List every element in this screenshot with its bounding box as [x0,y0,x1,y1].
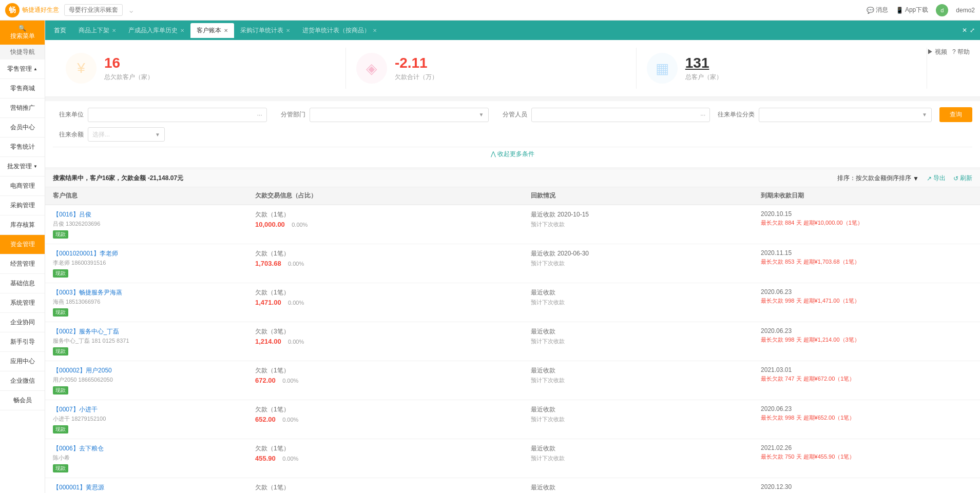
search-button[interactable]: 查询 [939,107,972,122]
tab-goods-stats[interactable]: 进货单统计表（按商品） ✕ [296,23,383,38]
sidebar-item-ecommerce[interactable]: 电商管理 [0,176,45,196]
table-body: 【0016】吕俊 吕俊 13026203696 现款 欠款（1笔） 10,000… [45,205,980,493]
sidebar-search[interactable]: 🔍 搜索菜单 [0,21,45,45]
overdue-link[interactable]: 超期¥10,000.00（1笔） [803,220,863,226]
customer-name-link[interactable]: 【0001020001】李老师 [53,250,118,257]
logo-text: 畅捷通好生意 [22,6,59,14]
table-row: 【000002】用户2050 用户2050 18665062050 现款 欠款（… [45,361,980,400]
stat-card-actions: ▶ 视频 ? 帮助 [927,48,970,89]
customer-name-link[interactable]: 【0002】服务中心_丁磊 [53,328,119,335]
customer-name-link[interactable]: 【0006】去下粮仓 [53,445,104,452]
customer-cell: 【0006】去下粮仓 陈小希 现款 [53,444,255,472]
tag-cash: 现款 [53,464,68,472]
tab-customer-account[interactable]: 客户账本 ✕ [190,23,234,38]
sidebar-item-retail-mgmt[interactable]: 零售管理▲ [0,60,45,79]
close-tab-customer-account[interactable]: ✕ [224,28,228,33]
balance-select[interactable]: 选择... ▼ [88,127,165,142]
overdue-link[interactable]: 超期¥652.00（1笔） [803,415,855,421]
return-cell: 最近收款 预计下次收款 [531,366,761,384]
sidebar-item-system[interactable]: 系统管理 [0,293,45,313]
due-cell: 2020.06.23 最长欠款 998 天 超期¥652.00（1笔） [761,405,972,422]
tag-cash: 现款 [53,308,68,317]
header-customer: 客户信息 [53,191,255,200]
sidebar-item-vip[interactable]: 畅会员 [0,391,45,410]
close-tab-purchase-stats[interactable]: ✕ [286,28,290,33]
table-header: 客户信息 欠款交易信息（占比） 回款情况 到期未收款日期 [45,187,980,205]
message-btn[interactable]: 💬 消息 [867,6,888,14]
customer-name-link[interactable]: 【0003】畅捷服务尹海蒸 [53,289,122,296]
export-button[interactable]: ↗ 导出 [927,174,946,183]
sidebar-item-purchase[interactable]: 采购管理 [0,196,45,215]
close-tab-finished-goods[interactable]: ✕ [180,28,184,33]
tab-expand[interactable]: ⤢ [970,27,975,34]
tab-home[interactable]: 首页 [48,23,72,38]
overdue-link[interactable]: 超期¥1,703.68（1笔） [803,259,860,265]
customer-name-link[interactable]: 【000002】用户2050 [53,367,112,374]
customer-cell: 【0001020001】李老师 李老师 18600391516 现款 [53,249,255,278]
return-cell: 最近收款 预计下次收款 [531,483,761,493]
app-download-btn[interactable]: 📱 App下载 [896,6,928,14]
tab-close-all[interactable]: ✕ [962,27,967,34]
sidebar-item-wechat[interactable]: 企业微信 [0,371,45,391]
overdue-link[interactable]: 超期¥1,214.00（3笔） [803,337,860,343]
sidebar-item-wholesale[interactable]: 批发管理▼ [0,157,45,176]
sidebar-item-marketing[interactable]: 营销推广 [0,98,45,118]
sidebar-item-basic-info[interactable]: 基础信息 [0,274,45,293]
filter-area: 往来单位 ··· 分管部门 ▼ [45,101,980,167]
return-cell: 最近收款 预计下次收款 [531,405,761,423]
avatar-icon: d [936,4,948,16]
tab-product-listing[interactable]: 商品上下架 ✕ [72,23,122,38]
tab-purchase-stats[interactable]: 采购订单统计表 ✕ [234,23,296,38]
balance-placeholder: 选择... [92,130,110,139]
close-tab-product-listing[interactable]: ✕ [112,28,116,33]
overdue-link[interactable]: 超期¥455.90（1笔） [803,453,855,460]
system-name[interactable]: 母婴行业演示账套 [64,4,123,16]
message-icon: 💬 [867,7,874,14]
sidebar-item-member[interactable]: 会员中心 [0,118,45,137]
sidebar-item-enterprise[interactable]: 企业协同 [0,313,45,332]
header-due: 到期未收款日期 [761,191,972,200]
sidebar-item-inventory[interactable]: 库存核算 [0,215,45,235]
person-dots: ··· [700,111,705,119]
person-input[interactable]: ··· [531,108,710,122]
customer-name-link[interactable]: 【000001】黄思源 [53,484,104,491]
unit-category-label: 往来单位分类 [718,110,755,119]
customer-name-link[interactable]: 【0016】吕俊 [53,211,91,218]
filter-person: 分管人员 ··· [496,108,710,122]
overdue-link[interactable]: 超期¥1,471.00（1笔） [803,298,860,304]
refresh-button[interactable]: ↺ 刷新 [953,174,972,183]
sort-selector[interactable]: 排序：按欠款金额倒序排序 ▼ [837,174,919,183]
help-btn[interactable]: ? 帮助 [952,48,970,89]
close-tab-goods-stats[interactable]: ✕ [373,28,377,33]
dept-arrow: ▼ [479,112,484,117]
filter-collapse[interactable]: ⋀ 收起更多条件 [53,147,972,161]
debt-cell: 欠款（1笔） 10,000.00 0.00% [255,210,531,228]
filter-source-unit: 往来单位 ··· [53,108,267,122]
download-icon: 📱 [896,7,904,14]
sidebar-item-guide[interactable]: 新手引导 [0,332,45,352]
owed-customers-value: 16 [104,55,153,71]
header-debt: 欠款交易信息（占比） [255,191,531,200]
sidebar-item-finance[interactable]: 资金管理 [0,235,45,254]
balance-label: 往来余额 [53,130,84,139]
user-avatar[interactable]: d [936,4,948,16]
source-unit-input[interactable]: ··· [88,108,267,122]
top-bar-left: 畅 畅捷通好生意 母婴行业演示账套 ⌄ [5,3,134,17]
yuan-icon: ¥ [66,53,97,84]
sidebar-item-retail-stats[interactable]: 零售统计 [0,137,45,157]
stats-row: ¥ 16 总欠款客户（家） ◈ -2.11 欠款合计（万） [45,40,980,97]
overdue-link[interactable]: 超期¥672.00（1笔） [803,376,855,382]
dept-select[interactable]: ▼ [310,108,489,122]
unit-category-select[interactable]: ▼ [759,108,932,122]
customer-name-link[interactable]: 【0007】小进干 [53,406,98,413]
sidebar-item-app-center[interactable]: 应用中心 [0,352,45,371]
customer-contact: 陈小希 [53,454,255,462]
total-customers-label: 总客户（家） [685,73,722,82]
sidebar-quick-nav[interactable]: 快捷导航 [0,45,45,60]
sidebar-item-operations[interactable]: 经营管理 [0,254,45,274]
username: demo2 [956,7,975,14]
customer-cell: 【000001】黄思源 黄思源 13552700226 现款 [53,483,255,493]
sidebar-item-retail-mall[interactable]: 零售商城 [0,79,45,98]
tab-finished-goods[interactable]: 产成品入库单历史 ✕ [122,23,190,38]
video-btn[interactable]: ▶ 视频 [927,48,947,89]
